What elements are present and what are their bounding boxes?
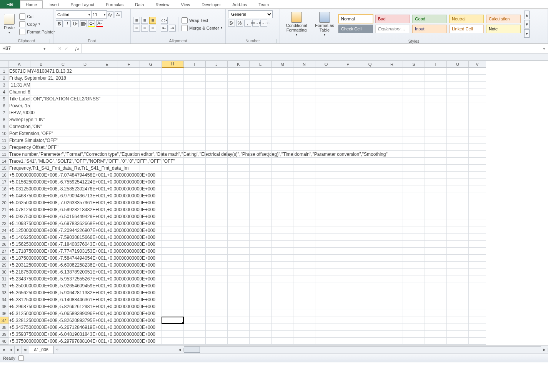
cell[interactable]: [96, 317, 118, 324]
cell[interactable]: [162, 213, 184, 220]
col-header-E[interactable]: E: [96, 61, 118, 68]
cell[interactable]: [447, 255, 469, 262]
cell[interactable]: [140, 303, 162, 310]
cell[interactable]: [30, 109, 52, 116]
align-right-button[interactable]: ≡: [149, 25, 156, 32]
cell[interactable]: [140, 213, 162, 220]
cell[interactable]: [96, 75, 118, 82]
style-cell-normal[interactable]: Normal: [338, 15, 373, 23]
cell[interactable]: [184, 262, 206, 269]
cell[interactable]: [74, 82, 96, 88]
cell[interactable]: [118, 95, 140, 102]
cell[interactable]: [140, 82, 162, 88]
cell[interactable]: [52, 206, 74, 213]
cell[interactable]: [425, 137, 447, 144]
cell[interactable]: [250, 165, 272, 172]
cell[interactable]: [184, 158, 206, 165]
cell[interactable]: [447, 324, 469, 331]
cell[interactable]: [250, 241, 272, 248]
cell[interactable]: [315, 262, 337, 269]
cell[interactable]: [359, 296, 381, 303]
cell[interactable]: [315, 68, 337, 75]
cell[interactable]: +5.18750000000E+008,-7.58474494054E+001,…: [8, 255, 30, 262]
cell[interactable]: [184, 109, 206, 116]
cell[interactable]: [403, 151, 425, 158]
cell[interactable]: [403, 227, 425, 234]
cell[interactable]: [425, 116, 447, 123]
cell[interactable]: [228, 227, 250, 234]
cell[interactable]: [315, 102, 337, 109]
cell[interactable]: [184, 144, 206, 151]
cell[interactable]: [337, 137, 359, 144]
cell[interactable]: [118, 331, 140, 338]
cell[interactable]: [447, 241, 469, 248]
cell[interactable]: [425, 185, 447, 192]
cell[interactable]: [315, 296, 337, 303]
cell[interactable]: [315, 275, 337, 282]
cell[interactable]: [140, 102, 162, 109]
cell[interactable]: [30, 296, 52, 303]
tab-review[interactable]: Review: [150, 0, 175, 8]
cell[interactable]: [184, 178, 206, 185]
cell[interactable]: [293, 317, 315, 324]
cell[interactable]: [52, 338, 74, 345]
cell[interactable]: [337, 227, 359, 234]
cell[interactable]: [293, 213, 315, 220]
cell[interactable]: [30, 75, 52, 82]
cell[interactable]: [359, 199, 381, 206]
cell[interactable]: [337, 192, 359, 199]
cell[interactable]: [118, 255, 140, 262]
cell[interactable]: [425, 206, 447, 213]
cell[interactable]: [337, 123, 359, 130]
cell[interactable]: [293, 130, 315, 137]
cell[interactable]: [52, 144, 74, 151]
cell[interactable]: [425, 151, 447, 158]
cell[interactable]: [206, 130, 228, 137]
cell[interactable]: [140, 137, 162, 144]
cell[interactable]: [52, 192, 74, 199]
cell[interactable]: [293, 262, 315, 269]
tab-home[interactable]: Home: [20, 0, 43, 8]
cell[interactable]: [140, 206, 162, 213]
cell[interactable]: [118, 151, 140, 158]
cell[interactable]: [315, 310, 337, 317]
cell[interactable]: [74, 144, 96, 151]
cell[interactable]: [74, 130, 96, 137]
cell[interactable]: [315, 213, 337, 220]
cell[interactable]: [206, 248, 228, 255]
cell[interactable]: [425, 324, 447, 331]
cell[interactable]: [140, 199, 162, 206]
cell[interactable]: [469, 185, 486, 192]
cell[interactable]: [469, 109, 486, 116]
cell[interactable]: [118, 88, 140, 95]
cell[interactable]: [52, 213, 74, 220]
cell[interactable]: [184, 192, 206, 199]
cell[interactable]: [315, 178, 337, 185]
scroll-thumb[interactable]: [184, 347, 200, 353]
cell[interactable]: [359, 137, 381, 144]
cell[interactable]: [250, 185, 272, 192]
cell[interactable]: [30, 165, 52, 172]
cell[interactable]: [315, 282, 337, 289]
cell[interactable]: [250, 192, 272, 199]
cell[interactable]: [359, 331, 381, 338]
cell[interactable]: [250, 220, 272, 227]
cell[interactable]: [30, 130, 52, 137]
cell[interactable]: [206, 95, 228, 102]
col-header-I[interactable]: I: [184, 61, 206, 68]
wrap-text-button[interactable]: Wrap Text: [181, 17, 223, 24]
cell[interactable]: [469, 172, 486, 178]
cell[interactable]: [162, 109, 184, 116]
cell[interactable]: [425, 172, 447, 178]
cell[interactable]: [140, 324, 162, 331]
cell[interactable]: [74, 303, 96, 310]
cell[interactable]: [162, 123, 184, 130]
cell[interactable]: [469, 269, 486, 275]
cell[interactable]: [118, 262, 140, 269]
cell[interactable]: [74, 95, 96, 102]
cell[interactable]: [118, 213, 140, 220]
col-header-K[interactable]: K: [228, 61, 250, 68]
cell[interactable]: [162, 116, 184, 123]
cell[interactable]: [337, 269, 359, 275]
cell[interactable]: [447, 275, 469, 282]
